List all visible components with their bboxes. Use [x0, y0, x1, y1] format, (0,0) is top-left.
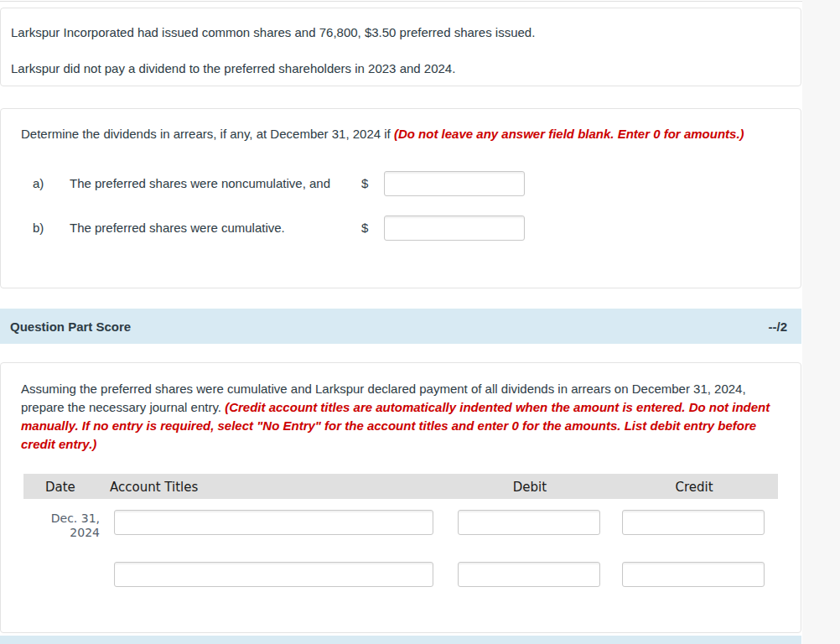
part1-card: Determine the dividends in arrears, if a…	[0, 108, 801, 288]
question-page: Larkspur Incorporated had issued common …	[0, 0, 802, 644]
header-date: Date	[45, 478, 75, 496]
journal-row-2-date	[23, 562, 100, 564]
problem-statement-line-2: Larkspur did not pay a dividend to the p…	[11, 60, 791, 77]
part2-card: Assuming the preferred shares were cumul…	[0, 362, 801, 633]
question-part-score-label: Question Part Score	[10, 319, 131, 334]
part1-prompt: Determine the dividends in arrears, if a…	[21, 126, 780, 143]
problem-statement-card: Larkspur Incorporated had issued common …	[0, 8, 801, 86]
answer-row-b-label: The preferred shares were cumulative.	[70, 220, 361, 236]
answer-row-a-letter: a)	[33, 175, 70, 192]
journal-row-1-date-line1: Dec. 31,	[23, 512, 100, 526]
answer-row-b: b) The preferred shares were cumulative.…	[21, 216, 780, 241]
header-debit: Debit	[458, 478, 602, 496]
journal-row-1-debit-input[interactable]	[458, 510, 600, 535]
header-account-titles: Account Titles	[110, 478, 198, 496]
problem-statement-line-1: Larkspur Incorporated had issued common …	[11, 24, 791, 41]
journal-entry-table: Date Account Titles Debit Credit Dec. 31…	[23, 474, 778, 587]
answer-a-amount-input[interactable]	[384, 171, 525, 196]
answer-row-a-dollar-sign: $	[361, 175, 368, 192]
part1-prompt-instruction: (Do not leave any answer field blank. En…	[394, 127, 744, 141]
question-part-score-value: --/2	[769, 319, 788, 334]
part1-prompt-text: Determine the dividends in arrears, if a…	[21, 127, 394, 141]
top-divider	[0, 0, 802, 2]
journal-row-2-account-titles-input[interactable]	[114, 562, 433, 587]
journal-row-debit: Dec. 31, 2024	[23, 510, 778, 540]
journal-row-2-debit-input[interactable]	[458, 562, 600, 587]
journal-table-header: Date Account Titles Debit Credit	[23, 474, 778, 499]
journal-row-credit	[23, 562, 778, 587]
answer-row-a: a) The preferred shares were noncumulati…	[21, 171, 780, 196]
question-part-score-bar: Question Part Score --/2	[0, 309, 801, 344]
answer-row-a-label: The preferred shares were noncumulative,…	[70, 175, 361, 192]
journal-row-1-date: Dec. 31, 2024	[23, 510, 100, 540]
journal-row-1-account-titles-input[interactable]	[114, 510, 433, 535]
part2-prompt: Assuming the preferred shares were cumul…	[21, 380, 780, 454]
next-score-bar-partial	[0, 636, 801, 644]
journal-row-1-date-line2: 2024	[23, 526, 100, 540]
answer-row-b-dollar-sign: $	[361, 220, 368, 236]
answer-b-amount-input[interactable]	[384, 216, 525, 241]
answer-row-b-letter: b)	[33, 220, 70, 236]
journal-row-2-credit-input[interactable]	[622, 562, 765, 587]
header-credit: Credit	[622, 478, 766, 496]
journal-row-1-credit-input[interactable]	[622, 510, 765, 535]
